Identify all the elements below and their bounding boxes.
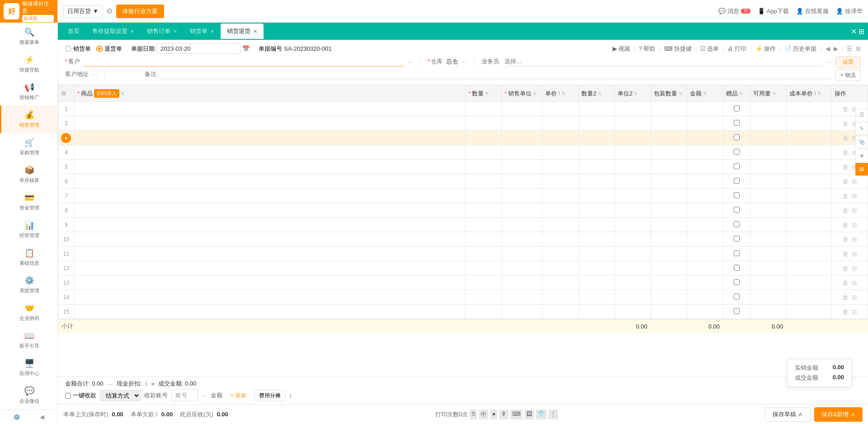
unit-price-cell[interactable]	[542, 261, 579, 276]
unit2-cell[interactable]	[615, 116, 651, 131]
address-dots[interactable]: ···	[92, 71, 97, 78]
quantity2-cell[interactable]	[579, 247, 615, 261]
product-cell[interactable]	[75, 145, 466, 160]
quantity2-cell[interactable]	[579, 203, 615, 218]
unit-price-cell[interactable]	[542, 232, 579, 247]
quantity2-cell[interactable]	[579, 116, 615, 131]
product-cell[interactable]	[75, 116, 466, 131]
quantity-cell[interactable]	[466, 261, 502, 276]
delete-icon[interactable]: 🗑	[842, 192, 849, 200]
delete-icon[interactable]: 🗑	[842, 178, 849, 185]
gift-cell[interactable]	[723, 131, 750, 145]
unit2-cell[interactable]	[615, 145, 651, 160]
split-button[interactable]: 费用分摊	[254, 390, 286, 401]
gift-checkbox[interactable]	[734, 207, 740, 213]
package-qty-cell[interactable]	[651, 189, 687, 203]
unit2-cell[interactable]	[615, 218, 651, 232]
unit-price-cell[interactable]	[542, 247, 579, 261]
one-key-checkbox[interactable]	[65, 393, 71, 399]
available-cell[interactable]	[750, 189, 787, 203]
cost-price-cell[interactable]	[787, 174, 832, 189]
sales-unit-cell[interactable]	[502, 305, 542, 319]
available-cell[interactable]	[750, 232, 787, 247]
close-icon[interactable]: ✕	[210, 29, 214, 34]
sidebar-item-finance[interactable]: 💳 资金管理	[0, 188, 57, 216]
available-cell[interactable]	[750, 247, 787, 261]
cost-price-cell[interactable]	[787, 145, 832, 160]
tool-icon3[interactable]: 🎙	[499, 410, 509, 419]
product-cell[interactable]	[75, 305, 466, 319]
method-select[interactable]: 结算方式	[100, 390, 141, 401]
sidebar-item-inventory[interactable]: 📦 库存核算	[0, 161, 57, 188]
tab-home[interactable]: 首页	[61, 24, 86, 39]
app-download-item[interactable]: 📱 App下载	[758, 7, 789, 15]
copy-icon[interactable]: ⊞	[852, 178, 857, 185]
sales-unit-cell[interactable]	[502, 189, 542, 203]
gift-checkbox[interactable]	[734, 149, 740, 155]
tab-price-settings[interactable]: 售价提取设置 ✕	[86, 24, 141, 39]
sidebar-item-wechat[interactable]: 💬 企业微信	[0, 381, 57, 409]
column-settings-icon[interactable]: ⚙	[61, 90, 66, 97]
save-new-button[interactable]: 保存&新增 ∧	[814, 407, 863, 422]
amount-cell[interactable]	[687, 189, 723, 203]
close-icon[interactable]: ✕	[130, 29, 134, 34]
gift-checkbox[interactable]	[734, 236, 740, 242]
quantity-cell[interactable]	[466, 218, 502, 232]
quantity2-cell[interactable]	[579, 102, 615, 116]
quantity2-cell[interactable]	[579, 145, 615, 160]
notification-item[interactable]: 💬 消息 70	[718, 7, 750, 15]
toolbar-history[interactable]: 📄 历史单据	[784, 45, 816, 53]
unit-price-cell[interactable]	[542, 145, 579, 160]
delete-icon[interactable]: 🗑	[842, 236, 849, 243]
delete-icon[interactable]: 🗑	[842, 265, 849, 272]
product-cell[interactable]	[75, 102, 466, 116]
quantity2-cell[interactable]	[579, 261, 615, 276]
gift-checkbox[interactable]	[734, 192, 740, 198]
view-grid-icon[interactable]: ⊞	[856, 45, 861, 52]
quantity-cell[interactable]	[466, 305, 502, 319]
salesperson-dots[interactable]: ···	[827, 58, 832, 65]
amount-cell[interactable]	[687, 247, 723, 261]
try-solution-button[interactable]: 体验行业方案	[116, 5, 164, 18]
unit2-cell[interactable]	[615, 189, 651, 203]
quantity-cell[interactable]	[466, 203, 502, 218]
gift-checkbox[interactable]	[734, 163, 740, 169]
amount-cell[interactable]	[687, 261, 723, 276]
sidebar-item-sales[interactable]: 💰 销售管理	[0, 105, 57, 133]
product-cell[interactable]	[75, 160, 466, 174]
cost-price-cell[interactable]	[787, 305, 832, 319]
unit-price-cell[interactable]	[542, 102, 579, 116]
close-icon[interactable]: ✕	[253, 29, 257, 34]
amount-cell[interactable]	[687, 305, 723, 319]
online-service-item[interactable]: 👤 在线客服	[796, 7, 829, 15]
sales-unit-cell[interactable]	[502, 203, 542, 218]
cost-price-cell[interactable]	[787, 131, 832, 145]
available-cell[interactable]	[750, 276, 787, 290]
quantity-cell[interactable]	[466, 116, 502, 131]
cost-price-cell[interactable]	[787, 218, 832, 232]
product-cell[interactable]	[75, 131, 466, 145]
quantity2-cell[interactable]	[579, 174, 615, 189]
available-cell[interactable]	[750, 290, 787, 305]
unit-price-cell[interactable]	[542, 174, 579, 189]
package-qty-cell[interactable]	[651, 203, 687, 218]
gift-cell[interactable]	[723, 116, 750, 131]
package-qty-cell[interactable]	[651, 218, 687, 232]
settings-icon[interactable]: ⚙	[106, 7, 113, 15]
product-cell[interactable]	[75, 218, 466, 232]
product-cell[interactable]	[75, 247, 466, 261]
available-cell[interactable]	[750, 218, 787, 232]
gift-cell[interactable]	[723, 290, 750, 305]
quantity2-cell[interactable]	[579, 276, 615, 290]
quantity-cell[interactable]	[466, 189, 502, 203]
sidebar-item-quick[interactable]: ⚡ 快捷导航	[0, 50, 57, 78]
toolbar-help[interactable]: ? 帮助	[639, 45, 655, 53]
quantity-cell[interactable]	[466, 131, 502, 145]
sales-unit-cell[interactable]	[502, 232, 542, 247]
package-qty-cell[interactable]	[651, 116, 687, 131]
delete-icon[interactable]: 🗑	[842, 207, 849, 214]
warehouse-dots[interactable]: ···	[462, 58, 467, 65]
product-cell[interactable]	[75, 276, 466, 290]
available-cell[interactable]	[750, 131, 787, 145]
toolbar-operation[interactable]: ⚡ 操作	[755, 45, 776, 53]
